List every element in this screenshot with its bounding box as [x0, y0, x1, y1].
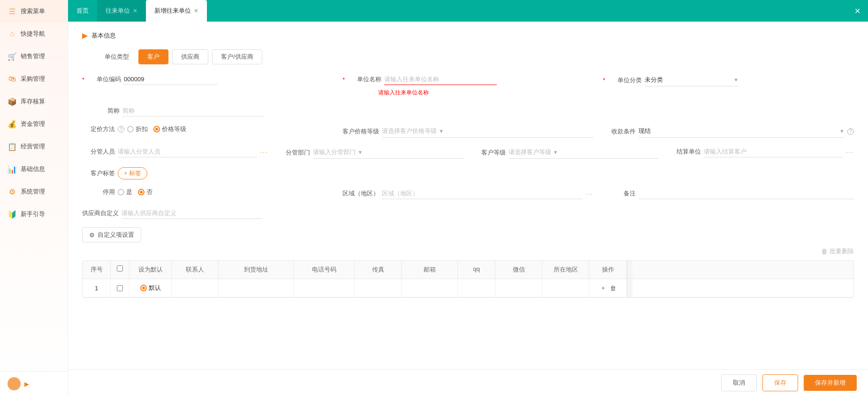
radio-no[interactable] [138, 189, 145, 195]
col-header-region: 所在地区 [542, 261, 589, 279]
region-input-1[interactable] [546, 285, 585, 292]
region-input[interactable] [382, 188, 583, 199]
add-tag-button[interactable]: + 标签 [118, 167, 147, 179]
field-notes: 备注 [603, 188, 854, 199]
pricing-help-icon[interactable]: ? [118, 126, 124, 132]
save-button[interactable]: 保存 [762, 374, 798, 391]
tab-new-partner[interactable]: 新增往来单位 ✕ [146, 0, 207, 22]
disabled-yes[interactable]: 是 [118, 188, 132, 196]
delete-row-icon[interactable]: 🗑 [610, 285, 616, 292]
settlement-more-button[interactable]: ··· [846, 148, 854, 155]
sidebar-item-shortcut[interactable]: ⌂ 快捷导航 [0, 23, 68, 45]
col-header-ops: 操作 [589, 261, 627, 279]
manager-label: 分管人员 [82, 148, 115, 156]
row-customer-tag: 客户标签 + 标签 [82, 167, 854, 179]
unit-name-input[interactable] [384, 74, 497, 85]
pricing-option-discount[interactable]: 折扣 [127, 125, 148, 133]
close-all-button[interactable]: ✕ [847, 7, 868, 16]
email-input-1[interactable] [405, 285, 454, 292]
radio-price-level[interactable] [153, 126, 160, 132]
cancel-button[interactable]: 取消 [721, 374, 757, 391]
notes-input[interactable] [639, 188, 854, 199]
unit-btn-supplier[interactable]: 供应商 [172, 49, 208, 64]
unit-code-input[interactable] [124, 74, 218, 85]
unit-type-buttons: 客户 供应商 客户/供应商 [138, 49, 262, 64]
phone-input-1[interactable] [297, 285, 350, 292]
payment-help-icon[interactable]: ? [847, 128, 854, 135]
customer-price-level-placeholder: 请选择客户价格等级 [382, 127, 437, 135]
fax-input-1[interactable] [358, 285, 397, 292]
arrow-icon: ▶ [24, 380, 29, 388]
sidebar-label-shortcut: 快捷导航 [21, 30, 45, 38]
batch-delete-label[interactable]: 批量删除 [830, 247, 854, 256]
avatar [8, 377, 21, 390]
sidebar-item-operation[interactable]: 📋 经营管理 [0, 135, 68, 158]
cell-qq-1 [458, 279, 495, 297]
system-icon: ⚙ [8, 187, 17, 196]
customer-price-level-select[interactable]: 请选择客户价格等级 ▼ [382, 125, 594, 138]
unit-code-label: 单位编码 [88, 75, 121, 84]
row-checkbox-1[interactable] [117, 285, 123, 291]
select-all-checkbox[interactable] [117, 265, 123, 272]
settlement-unit-input[interactable] [704, 146, 843, 157]
radio-discount[interactable] [127, 126, 134, 132]
chevron-down-icon-3: ▼ [839, 128, 845, 134]
sidebar-item-system[interactable]: ⚙ 系统管理 [0, 180, 68, 203]
customize-settings-button[interactable]: ⚙ 自定义项设置 [82, 227, 141, 242]
contact-input-1[interactable] [175, 285, 214, 292]
address-input-1[interactable] [222, 285, 289, 292]
tab-new-partner-close[interactable]: ✕ [194, 8, 198, 14]
supplier-custom-input[interactable] [122, 208, 262, 219]
sidebar-item-basic[interactable]: 📊 基础信息 [0, 158, 68, 180]
region-more-button[interactable]: ··· [586, 190, 594, 197]
radio-yes[interactable] [118, 189, 124, 195]
save-new-button[interactable]: 保存并新增 [804, 375, 857, 391]
add-row-icon[interactable]: ＋ [600, 284, 606, 292]
scroll-track [627, 261, 632, 279]
row-manager: 分管人员 ··· 分管部门 请输入分管部门 ▼ 客户等级 请选择客户等级 ▼ [82, 146, 854, 159]
tab-partners[interactable]: 往来单位 ✕ [97, 0, 146, 22]
unit-type-row: 单位类型 客户 供应商 客户/供应商 [96, 49, 854, 64]
department-select[interactable]: 请输入分管部门 ▼ [313, 146, 463, 159]
customer-level-label: 客户等级 [473, 148, 506, 157]
unit-btn-customer[interactable]: 客户 [138, 49, 168, 64]
manager-more-button[interactable]: ··· [260, 148, 268, 155]
table-row: 1 默认 [83, 279, 853, 297]
pricing-option-price-level[interactable]: 价格等级 [153, 125, 186, 133]
tab-home[interactable]: 首页 [68, 0, 97, 22]
main-area: 首页 往来单位 ✕ 新增往来单位 ✕ ✕ ▶ 基本信息 单位类型 客户 供应商 … [68, 0, 868, 396]
sidebar-item-guide[interactable]: 🔰 新手引导 [0, 203, 68, 225]
section-icon: ▶ [82, 31, 88, 40]
unit-btn-both[interactable]: 客户/供应商 [212, 49, 262, 64]
sidebar-item-purchase[interactable]: 🛍 采购管理 [0, 68, 68, 90]
wechat-input-1[interactable] [499, 285, 538, 292]
sales-icon: 🛒 [8, 52, 17, 61]
customer-level-select[interactable]: 请选择客户等级 ▼ [509, 146, 659, 159]
chevron-down-icon-5: ▼ [553, 149, 558, 155]
row-radio-1[interactable] [140, 285, 147, 291]
cell-wechat-1 [495, 279, 542, 297]
customer-price-level-label: 客户价格等级 [343, 127, 379, 136]
chevron-down-icon: ▼ [733, 77, 739, 83]
qq-input-1[interactable] [462, 285, 491, 292]
tab-partners-close[interactable]: ✕ [133, 8, 137, 14]
payment-terms-select[interactable]: 现结 ▼ [639, 125, 845, 138]
short-name-input[interactable] [122, 105, 263, 116]
table-header: 序号 设为默认 联系人 到货地址 电话号码 传真 邮箱 qq 微信 所在地区 操… [83, 261, 853, 279]
sidebar-item-sales[interactable]: 🛒 销售管理 [0, 45, 68, 68]
sidebar-item-search[interactable]: ☰ 搜索菜单 [0, 0, 68, 23]
field-pricing-method: 定价方法 ? 折扣 价格等级 [82, 125, 333, 133]
section-title: 基本信息 [91, 31, 116, 40]
cell-address-1 [219, 279, 294, 297]
home-icon: ⌂ [8, 29, 17, 39]
manager-input[interactable] [118, 146, 257, 157]
unit-category-select[interactable]: 未分类 ▼ [645, 74, 739, 86]
sidebar-item-inventory[interactable]: 📦 库存核算 [0, 90, 68, 113]
section-header: ▶ 基本信息 [82, 31, 854, 40]
sidebar-item-finance[interactable]: 💰 资金管理 [0, 113, 68, 135]
notes-label: 备注 [603, 189, 636, 198]
disabled-no[interactable]: 否 [138, 188, 152, 196]
field-short-name: 简称 [82, 105, 854, 116]
row-pricing: 定价方法 ? 折扣 价格等级 客户价格等级 请选择客户价格等级 [82, 125, 854, 138]
col-header-qq: qq [458, 261, 495, 279]
